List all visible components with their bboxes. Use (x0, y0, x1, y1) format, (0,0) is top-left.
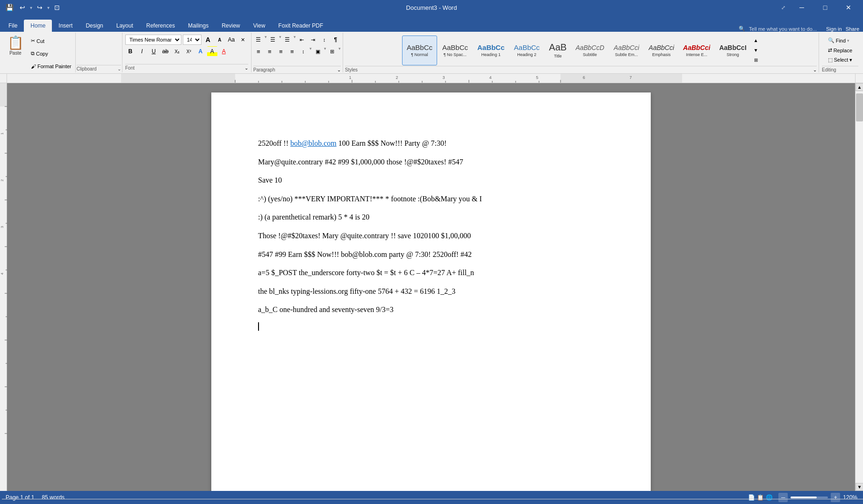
paste-button[interactable]: 📋 Paste (4, 35, 27, 57)
strikethrough-button[interactable]: ab (160, 46, 171, 57)
tab-layout[interactable]: Layout (110, 20, 140, 32)
share-button[interactable]: Share (846, 26, 859, 32)
tab-file[interactable]: File (2, 20, 24, 32)
style-strong[interactable]: AaBbCcI Strong (715, 35, 750, 65)
sort-button[interactable]: ↕ (319, 35, 330, 45)
align-center-button[interactable]: ≡ (265, 46, 275, 57)
change-case-button[interactable]: Aa (226, 35, 237, 45)
tab-mailings[interactable]: Mailings (181, 20, 215, 32)
numbering-button[interactable]: ☰ (268, 35, 278, 45)
shrink-font-button[interactable]: A (215, 35, 225, 45)
tab-design[interactable]: Design (79, 20, 109, 32)
style-subtitle[interactable]: AaBbCcD Subtitle (571, 35, 608, 65)
style-normal[interactable]: AaBbCc ¶ Normal (402, 35, 437, 65)
italic-button[interactable]: I (137, 46, 147, 57)
subscript-button[interactable]: X₂ (172, 46, 182, 57)
paragraph-expand-icon[interactable]: ⌄ (337, 67, 341, 72)
text-cursor (258, 322, 259, 331)
tab-foxit[interactable]: Foxit Reader PDF (272, 20, 330, 32)
scroll-down-button[interactable]: ▼ (856, 483, 863, 491)
font-name-select[interactable]: Times New Roman (125, 35, 181, 45)
tab-review[interactable]: Review (215, 20, 246, 32)
shading-button[interactable]: ▣ (313, 46, 323, 57)
cut-button[interactable]: ✂ Cut (29, 37, 73, 45)
tab-references[interactable]: References (140, 20, 181, 32)
zoom-in-button[interactable]: + (831, 493, 840, 502)
zoom-controls: ─ + 120% (778, 493, 857, 502)
scroll-thumb[interactable] (856, 93, 863, 121)
maximize-button[interactable]: □ (814, 0, 836, 15)
underline-button[interactable]: U (149, 46, 159, 57)
find-button[interactable]: 🔍 Find ▾ (825, 36, 856, 44)
borders-button[interactable]: ⊞ (327, 46, 338, 57)
text-effects-button[interactable]: A (195, 46, 206, 57)
select-button[interactable]: ⬚ Select ▾ (825, 56, 856, 64)
tab-insert[interactable]: Insert (52, 20, 79, 32)
decrease-indent-button[interactable]: ⇤ (297, 35, 307, 45)
style-title[interactable]: AaB Title (545, 35, 571, 65)
style-emphasis[interactable]: AaBbCci Emphasis (645, 35, 678, 65)
font-color-button[interactable]: A (219, 46, 229, 57)
tab-home[interactable]: Home (24, 20, 52, 32)
document-page[interactable]: 2520off !! bob@blob.com 100 Earn $$$ Now… (211, 92, 651, 491)
editing-group-label-row: Editing (822, 66, 858, 72)
style-no-spacing-preview: AaBbCc (442, 43, 468, 51)
grow-font-button[interactable]: A (203, 35, 213, 45)
style-heading2[interactable]: AaBbCc Heading 2 (509, 35, 544, 65)
align-right-button[interactable]: ≡ (276, 46, 286, 57)
justify-button[interactable]: ≡ (287, 46, 297, 57)
sign-in-button[interactable]: Sign in (826, 26, 842, 32)
bold-button[interactable]: B (125, 46, 136, 57)
replace-button[interactable]: ⇄ Replace (825, 46, 856, 54)
undo-button[interactable]: ↩ (17, 2, 28, 13)
vertical-ruler: 1 2 3 4 (0, 83, 7, 491)
vertical-ruler-svg: 1 2 3 4 (0, 83, 7, 457)
doc-line-8: a=5 $_POST the_underscore forty-two $t =… (258, 267, 604, 279)
style-no-spacing[interactable]: AaBbCc ¶ No Spac... (438, 35, 473, 65)
zoom-slider[interactable] (791, 497, 828, 498)
left-ruler-corner (0, 74, 7, 83)
customize-quick-access[interactable]: ⊡ (51, 2, 63, 13)
highlight-button[interactable]: A (207, 46, 217, 57)
redo-button[interactable]: ↪ (34, 2, 45, 13)
scroll-up-button[interactable]: ▲ (856, 83, 863, 91)
scissors-icon: ✂ (31, 38, 35, 44)
styles-expand-icon[interactable]: ⌄ (813, 67, 817, 72)
styles-expand[interactable]: ⊞ (752, 56, 760, 65)
superscript-button[interactable]: X² (184, 46, 194, 57)
clear-formatting-button[interactable]: ✕ (238, 35, 248, 45)
style-intense-em[interactable]: AaBbCci Intense E... (679, 35, 714, 65)
format-painter-button[interactable]: 🖌 Format Painter (29, 63, 73, 70)
multilevel-button[interactable]: ☰ (282, 35, 293, 45)
align-left-button[interactable]: ≡ (253, 46, 264, 57)
paragraph-group: ☰ ▾ ☰ ▾ ☰ ▾ ⇤ ⇥ ↕ ¶ ≡ ≡ ≡ ≡ ↕ ▾ ▣ ▾ ⊞ (252, 33, 343, 72)
scroll-track[interactable] (856, 91, 863, 483)
increase-indent-button[interactable]: ⇥ (308, 35, 318, 45)
style-heading1[interactable]: AaBbCc Heading 1 (473, 35, 509, 65)
style-intense-em-preview: AaBbCci (683, 44, 710, 51)
tab-view[interactable]: View (247, 20, 272, 32)
styles-scroll-up[interactable]: ▲ (752, 35, 760, 45)
document-area[interactable]: 2520off !! bob@blob.com 100 Earn $$$ Now… (7, 83, 855, 491)
line-spacing-button[interactable]: ↕ (298, 46, 309, 57)
close-button[interactable]: ✕ (838, 0, 859, 15)
zoom-out-button[interactable]: ─ (778, 493, 788, 502)
style-subtle-em[interactable]: AaBbCci Subtle Em... (609, 35, 644, 65)
show-hide-button[interactable]: ¶ (331, 35, 341, 45)
email-link-1[interactable]: bob@blob.com (290, 139, 337, 147)
doc-cursor-line (258, 322, 604, 331)
copy-button[interactable]: ⧉ Copy (29, 50, 73, 57)
paste-icon: 📋 (7, 36, 24, 50)
style-title-name: Title (554, 54, 562, 58)
save-button[interactable]: 💾 (4, 2, 15, 13)
font-expand-icon[interactable]: ⌄ (245, 65, 248, 71)
bullets-button[interactable]: ☰ (253, 35, 264, 45)
font-group-label-row: Font ⌄ (125, 64, 248, 71)
svg-text:2: 2 (0, 179, 4, 181)
font-size-select[interactable]: 14 (183, 35, 201, 45)
minimize-button[interactable]: ─ (791, 0, 813, 15)
style-subtitle-preview: AaBbCcD (575, 44, 604, 51)
cut-label: Cut (36, 38, 44, 44)
clipboard-expand-icon[interactable]: ⌄ (117, 66, 121, 71)
styles-scroll-down[interactable]: ▼ (752, 45, 760, 55)
